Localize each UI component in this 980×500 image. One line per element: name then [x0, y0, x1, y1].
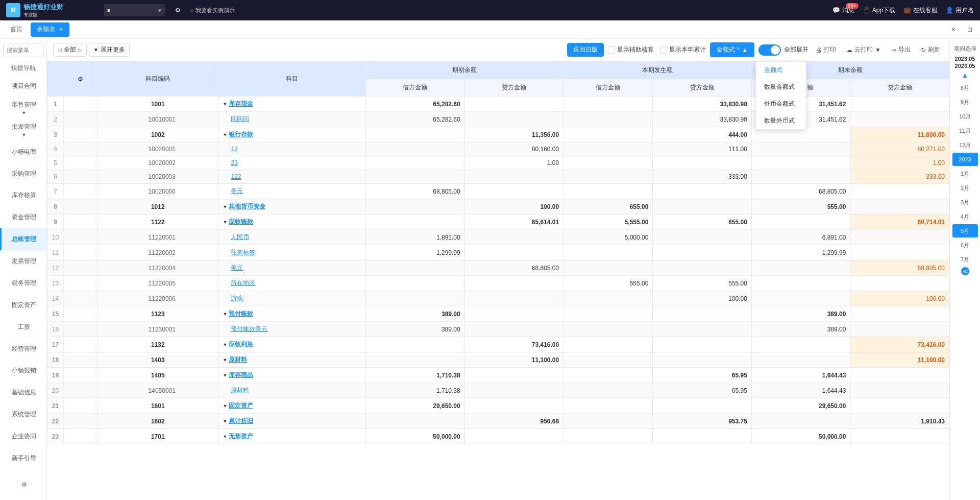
show-aux-check[interactable]: 显示辅助核算 [608, 45, 654, 54]
table-row-settings[interactable] [64, 383, 97, 398]
table-row-settings[interactable] [64, 322, 97, 337]
sidebar-item-collab[interactable]: 企业协同 [0, 425, 46, 447]
period-month-1[interactable]: 1月 [952, 167, 978, 180]
period-month-8[interactable]: 8月 [952, 81, 978, 94]
table-row-settings[interactable] [64, 215, 97, 230]
table-row[interactable]: 231701▼ 无形资产50,000.0050,000.00 [47, 429, 949, 444]
format-dropdown-btn[interactable]: 金额式 ^ ▲ [710, 42, 754, 57]
table-row[interactable]: 210010001回回回65,282.6033,830.9831,451.62 [47, 112, 949, 127]
table-row-subject[interactable]: ▼ 应收利息 [218, 337, 366, 352]
table-row[interactable]: 31002▼ 银行存款11,356.00444.0011,800.00 [47, 127, 949, 142]
table-row[interactable]: 1211220004美元68,805.0068,805.00 [47, 260, 949, 276]
sidebar-item-capital[interactable]: 资金管理 [0, 206, 46, 228]
table-row-subject[interactable]: 人民币 [218, 230, 366, 245]
period-month-6[interactable]: 6月 [952, 239, 978, 252]
table-row-subject[interactable]: ▼ 其他货币资金 [218, 199, 366, 215]
table-row[interactable]: 1311220005所在地区555.00555.00 [47, 276, 949, 291]
period-month-2[interactable]: 2月 [952, 181, 978, 195]
app-download-btn[interactable]: 📱 App下载 [863, 6, 895, 15]
sidebar-item-invoice[interactable]: 发票管理 [0, 250, 46, 272]
menu-item-foreign-amount[interactable]: 外币金额式 [756, 96, 806, 112]
table-row-settings[interactable] [64, 170, 97, 184]
online-service-btn[interactable]: 💼 在线客服 [903, 6, 938, 15]
table-row-settings[interactable] [64, 352, 97, 368]
sidebar-item-tax[interactable]: 税务管理 [0, 272, 46, 294]
filter-all-btn[interactable]: ◁ 全部 ▷ [53, 43, 87, 57]
table-row[interactable]: 191405▼ 库存商品1,710.3865.951,644.43 [47, 368, 949, 383]
sidebar-item-purchase[interactable]: 采购管理 [0, 163, 46, 185]
print-btn[interactable]: 🖨 打印 [813, 43, 839, 56]
aux-checkbox[interactable] [608, 46, 615, 54]
sidebar-item-assets[interactable]: 固定资产 [0, 294, 46, 316]
table-row-settings[interactable] [64, 199, 97, 215]
window-settings-btn[interactable]: ⚙ [172, 4, 184, 16]
messages-btn[interactable]: 💬 消息 99+ [832, 6, 854, 15]
period-month-10[interactable]: 10月 [952, 110, 978, 123]
table-row-settings[interactable] [64, 260, 97, 276]
menu-item-quantity-amount[interactable]: 数量金额式 [756, 79, 806, 96]
sidebar-item-retail[interactable]: 零售管理 ▼ [0, 97, 46, 119]
table-row[interactable]: 1411220006游戏100.00100.00 [47, 291, 949, 306]
table-row-settings[interactable] [64, 306, 97, 322]
table-row[interactable]: 211601▼ 固定资产29,650.0029,650.00 [47, 398, 949, 414]
table-row-settings[interactable] [64, 127, 97, 142]
table-row-subject[interactable]: ▼ 原材料 [218, 352, 366, 368]
table-row-subject[interactable]: 122 [218, 170, 366, 184]
tab-home[interactable]: 首页 [4, 22, 29, 37]
table-row-settings[interactable] [64, 337, 97, 352]
table-row-settings[interactable] [64, 276, 97, 291]
table-row-subject[interactable]: 美元 [218, 260, 366, 276]
demo-btn[interactable]: ○ 我要看实例演示 [190, 7, 235, 14]
export-btn[interactable]: ⇒ 导出 [888, 43, 914, 56]
table-row[interactable]: 221602▼ 累计折旧956.68953.751,910.43 [47, 414, 949, 429]
table-row-subject[interactable]: ▼ 无形资产 [218, 429, 366, 444]
refresh-btn[interactable]: ↻ 刷新 [918, 43, 943, 56]
sidebar-item-system[interactable]: 系统管理 [0, 403, 46, 425]
expand-toggle[interactable] [758, 44, 781, 56]
sidebar-item-ecommerce[interactable]: 小畅电商 [0, 141, 46, 163]
sidebar-item-base[interactable]: 基础信息 [0, 382, 46, 403]
table-row[interactable]: 181403▼ 原材料11,100.0011,100.00 [47, 352, 949, 368]
cloud-print-btn[interactable]: ☁ 云打印 ▼ [843, 43, 884, 56]
table-row-subject[interactable]: 12 [218, 142, 366, 156]
menu-item-amount[interactable]: 金额式 [756, 62, 806, 79]
period-month-4[interactable]: 4月 [952, 210, 978, 223]
table-row-settings[interactable] [64, 291, 97, 306]
table-row-settings[interactable] [64, 368, 97, 383]
table-row-subject[interactable]: ▼ 库存商品 [218, 368, 366, 383]
table-row[interactable]: 1011220001人民币1,891.005,000.006,891.00 [47, 230, 949, 245]
period-year-2023[interactable]: 2023 [952, 153, 978, 166]
period-month-3[interactable]: 3月 [952, 196, 978, 209]
table-row-subject[interactable]: ▼ 固定资产 [218, 398, 366, 414]
sidebar-nav-label[interactable]: 快捷导航 [0, 61, 46, 75]
tab-action-expand[interactable]: ⊡ [964, 23, 976, 36]
table-row-settings[interactable] [64, 184, 97, 199]
sidebar-item-inventory[interactable]: 库存核算 [0, 185, 46, 207]
table-row-subject[interactable]: ▼ 累计折旧 [218, 414, 366, 429]
period-month-11[interactable]: 11月 [952, 124, 978, 137]
sidebar-search-input[interactable] [3, 43, 43, 57]
tab-action-close[interactable]: ✕ [947, 23, 960, 36]
table-row-subject[interactable]: 预付账款美元 [218, 322, 366, 337]
table-row-settings[interactable] [64, 414, 97, 429]
table-row[interactable]: 510020002231.001.00 [47, 156, 949, 170]
table-row-subject[interactable]: 23 [218, 156, 366, 170]
period-month-7[interactable]: 7月 [952, 253, 978, 266]
return-old-btn[interactable]: 退回旧版 [567, 43, 604, 57]
period-month-9[interactable]: 9月 [952, 96, 978, 109]
table-row-subject[interactable]: ▼ 库存现金 [218, 97, 366, 112]
table-row[interactable]: 1611230001预付账款美元389.00389.00 [47, 322, 949, 337]
sidebar-item-operation[interactable]: 经营管理 [0, 338, 46, 360]
table-row[interactable]: 91122▼ 应收账款65,614.015,555.00655.0060,714… [47, 215, 949, 230]
year-checkbox[interactable] [660, 46, 667, 54]
th-settings[interactable]: ⚙ [64, 62, 97, 97]
table-row-subject[interactable]: 往来标签 [218, 245, 366, 260]
table-row[interactable]: 151123▼ 预付账款389.00389.00 [47, 306, 949, 322]
period-collapse-btn[interactable]: ≪ [961, 267, 969, 275]
table-row-subject[interactable]: ▼ 银行存款 [218, 127, 366, 142]
table-row-subject[interactable]: 回回回 [218, 112, 366, 127]
filter-expand-btn[interactable]: ▼ 展开更多 [89, 43, 130, 57]
table-row[interactable]: 81012▼ 其他货币资金100.00655.00555.00 [47, 199, 949, 215]
sidebar-item-wholesale[interactable]: 批发管理 ▼ [0, 119, 46, 141]
sidebar-item-guide[interactable]: 新手引导 [0, 447, 46, 469]
